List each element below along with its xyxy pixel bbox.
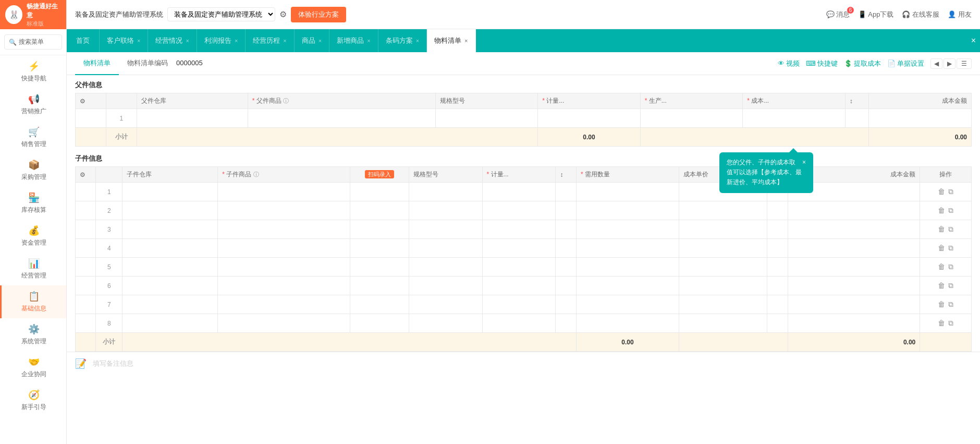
tab-close-new-products[interactable]: × bbox=[367, 38, 370, 44]
child-row8-product[interactable] bbox=[218, 314, 350, 333]
child-row6-copy-icon[interactable]: ⧉ bbox=[948, 281, 953, 290]
child-row1-delete-icon[interactable]: 🗑 bbox=[938, 187, 945, 196]
child-row7-delete-icon[interactable]: 🗑 bbox=[938, 300, 945, 309]
child-col-settings[interactable]: ⚙ bbox=[76, 167, 96, 183]
child-row2-product[interactable] bbox=[218, 201, 350, 220]
child-row2-unit[interactable] bbox=[482, 201, 556, 220]
parent-row1-produce[interactable] bbox=[640, 109, 742, 128]
message-button[interactable]: 💬 消息 6 bbox=[826, 10, 850, 19]
tab-close-operations-status[interactable]: × bbox=[186, 38, 189, 44]
child-row8-unit[interactable] bbox=[482, 314, 556, 333]
child-row7-copy-icon[interactable]: ⧉ bbox=[948, 300, 953, 309]
child-row4-warehouse[interactable] bbox=[123, 239, 218, 258]
parent-col-settings[interactable]: ⚙ bbox=[76, 93, 106, 109]
user-menu[interactable]: 👤 用友 bbox=[948, 10, 972, 19]
sidebar-item-quick-nav[interactable]: ⚡ 快捷导航 bbox=[0, 55, 66, 88]
child-row2-quantity[interactable] bbox=[576, 201, 679, 220]
child-row2-delete-icon[interactable]: 🗑 bbox=[938, 206, 945, 215]
tab-close-customer[interactable]: × bbox=[137, 38, 140, 44]
settings-action[interactable]: 📄 单据设置 bbox=[887, 59, 924, 68]
child-row8-warehouse[interactable] bbox=[123, 314, 218, 333]
child-row8-delete-icon[interactable]: 🗑 bbox=[938, 319, 945, 328]
child-row3-unit[interactable] bbox=[482, 220, 556, 239]
child-row5-copy-icon[interactable]: ⧉ bbox=[948, 262, 953, 271]
child-row8-spec[interactable] bbox=[409, 314, 482, 333]
child-row1-product[interactable] bbox=[218, 183, 350, 201]
child-row7-unit-cost[interactable] bbox=[679, 295, 767, 314]
child-row2-spec[interactable] bbox=[409, 201, 482, 220]
child-row5-product[interactable] bbox=[218, 258, 350, 277]
tab-close-bom[interactable]: × bbox=[464, 38, 468, 44]
tab-operations-status[interactable]: 经营情况 × bbox=[148, 29, 197, 52]
child-row2-copy-icon[interactable]: ⧉ bbox=[948, 206, 953, 215]
child-row6-warehouse[interactable] bbox=[123, 277, 218, 295]
parent-row1-cost[interactable] bbox=[743, 109, 845, 128]
sidebar-item-sales[interactable]: 🛒 销售管理 bbox=[0, 121, 66, 154]
child-row7-warehouse[interactable] bbox=[123, 295, 218, 314]
parent-row1-warehouse[interactable] bbox=[137, 109, 248, 128]
child-row3-copy-icon[interactable]: ⧉ bbox=[948, 225, 953, 234]
shortcut-action[interactable]: ⌨ 快捷键 bbox=[806, 59, 838, 68]
nav-next-button[interactable]: ▶ bbox=[944, 58, 956, 69]
child-row6-spec[interactable] bbox=[409, 277, 482, 295]
child-row3-quantity[interactable] bbox=[576, 220, 679, 239]
child-row5-unit-cost[interactable] bbox=[679, 258, 767, 277]
child-row4-quantity[interactable] bbox=[576, 239, 679, 258]
trial-button[interactable]: 体验行业方案 bbox=[291, 7, 346, 22]
child-row4-spec[interactable] bbox=[409, 239, 482, 258]
child-row6-unit[interactable] bbox=[482, 277, 556, 295]
child-col-scan[interactable]: 扫码录入 bbox=[350, 167, 409, 183]
sidebar-item-finance[interactable]: 💰 资金管理 bbox=[0, 220, 66, 253]
tab-home[interactable]: 首页 bbox=[67, 29, 100, 52]
parent-row1-spec[interactable] bbox=[435, 109, 537, 128]
child-row6-unit-cost[interactable] bbox=[679, 277, 767, 295]
child-row4-unit[interactable] bbox=[482, 239, 556, 258]
sidebar-item-purchase[interactable]: 📦 采购管理 bbox=[0, 154, 66, 187]
child-row8-quantity[interactable] bbox=[576, 314, 679, 333]
child-row1-quantity[interactable] bbox=[576, 183, 679, 201]
child-row6-delete-icon[interactable]: 🗑 bbox=[938, 281, 945, 290]
child-row5-spec[interactable] bbox=[409, 258, 482, 277]
child-row4-copy-icon[interactable]: ⧉ bbox=[948, 244, 953, 253]
child-row1-copy-icon[interactable]: ⧉ bbox=[948, 187, 953, 196]
child-row7-product[interactable] bbox=[218, 295, 350, 314]
child-row3-warehouse[interactable] bbox=[123, 220, 218, 239]
nav-list-button[interactable]: ☰ bbox=[957, 58, 972, 69]
child-row2-warehouse[interactable] bbox=[123, 201, 218, 220]
child-row3-product[interactable] bbox=[218, 220, 350, 239]
sidebar-item-operations[interactable]: 📊 经营管理 bbox=[0, 253, 66, 285]
parent-row1-product[interactable] bbox=[248, 109, 435, 128]
child-row5-quantity[interactable] bbox=[576, 258, 679, 277]
tab-operations-history[interactable]: 经营历程 × bbox=[246, 29, 294, 52]
child-row4-delete-icon[interactable]: 🗑 bbox=[938, 244, 945, 253]
tab-barcode[interactable]: 条码方案 × bbox=[378, 29, 427, 52]
sub-tab-bom-list[interactable]: 物料清单 bbox=[75, 52, 119, 75]
tab-bom[interactable]: 物料清单 × bbox=[427, 29, 475, 52]
tab-close-products[interactable]: × bbox=[318, 38, 322, 44]
tab-close-profit-report[interactable]: × bbox=[235, 38, 238, 44]
child-row3-delete-icon[interactable]: 🗑 bbox=[938, 225, 945, 234]
settings-gear-icon[interactable]: ⚙ bbox=[279, 9, 287, 19]
sub-tab-bom-code[interactable]: 物料清单编码 0000005 bbox=[119, 52, 211, 75]
child-row4-product[interactable] bbox=[218, 239, 350, 258]
child-row8-copy-icon[interactable]: ⧉ bbox=[948, 319, 953, 328]
tab-close-operations-history[interactable]: × bbox=[283, 38, 286, 44]
child-row7-quantity[interactable] bbox=[576, 295, 679, 314]
tooltip-close-button[interactable]: × bbox=[802, 158, 806, 167]
child-row3-unit-cost[interactable] bbox=[679, 220, 767, 239]
sidebar-item-marketing[interactable]: 📢 营销推广 bbox=[0, 88, 66, 121]
tab-profit-report[interactable]: 利润报告 × bbox=[197, 29, 246, 52]
sidebar-item-guide[interactable]: 🧭 新手引导 bbox=[0, 384, 66, 417]
child-row6-product[interactable] bbox=[218, 277, 350, 295]
child-row5-delete-icon[interactable]: 🗑 bbox=[938, 262, 945, 271]
child-row7-spec[interactable] bbox=[409, 295, 482, 314]
child-row3-spec[interactable] bbox=[409, 220, 482, 239]
sidebar-item-basic-info[interactable]: 📋 基础信息 bbox=[0, 285, 66, 318]
tab-bar-close-icon[interactable]: × bbox=[971, 36, 976, 45]
scan-badge[interactable]: 扫码录入 bbox=[365, 170, 394, 178]
view-action[interactable]: 👁 视频 bbox=[778, 59, 800, 68]
child-row5-warehouse[interactable] bbox=[123, 258, 218, 277]
cost-action[interactable]: 💲 提取成本 bbox=[844, 59, 881, 68]
sidebar-item-system[interactable]: ⚙️ 系统管理 bbox=[0, 318, 66, 351]
tab-customer[interactable]: 客户联络 × bbox=[100, 29, 148, 52]
